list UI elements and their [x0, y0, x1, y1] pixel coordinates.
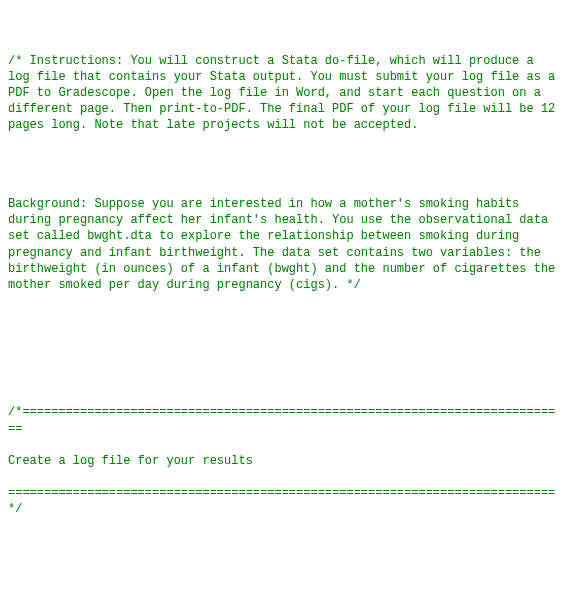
section-log: /*======================================…	[8, 388, 560, 534]
comment-close: ========================================…	[8, 485, 560, 517]
instructions-block: /* Instructions: You will construct a St…	[8, 36, 560, 133]
section-title: Create a log file for your results	[8, 453, 560, 469]
instructions-text: /* Instructions: You will construct a St…	[8, 54, 563, 133]
comment-open: /*======================================…	[8, 404, 560, 436]
background-block: Background: Suppose you are interested i…	[8, 180, 560, 293]
do-file-content: /* Instructions: You will construct a St…	[8, 4, 560, 602]
background-text: Background: Suppose you are interested i…	[8, 197, 563, 292]
